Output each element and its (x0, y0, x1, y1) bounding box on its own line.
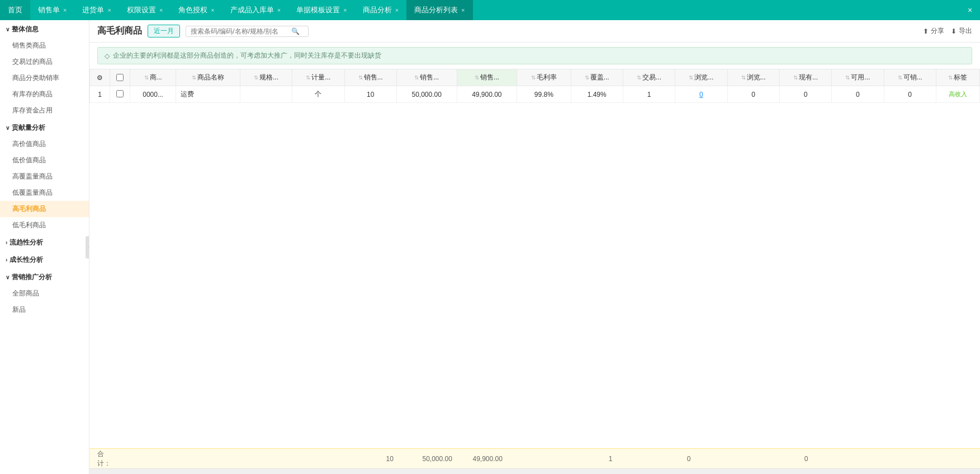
nav-role-auth[interactable]: 角色授权 × (171, 0, 222, 20)
sidebar-collapse-button[interactable]: « (86, 236, 89, 259)
sidebar-item-new-goods[interactable]: 新品 (0, 302, 89, 318)
close-product-analysis-list-icon[interactable]: × (461, 7, 465, 13)
sidebar-group-marketing[interactable]: ∨ 营销推广分析 (0, 268, 89, 285)
table-row: 1 0000... 运费 个 10 50,000.00 49,900.00 99… (90, 86, 980, 103)
close-all-tabs-button[interactable]: × (960, 0, 980, 20)
close-role-auth-icon[interactable]: × (211, 7, 214, 13)
export-icon: ⬇ (951, 27, 957, 35)
nav-product-analysis-list[interactable]: 商品分析列表 × (406, 0, 472, 20)
col-seq: ⚙ (90, 69, 110, 86)
col-gross-rate[interactable]: ⇅ 毛利率 (517, 69, 571, 86)
close-sales-order-icon[interactable]: × (63, 7, 67, 13)
sort-icon-transaction: ⇅ (637, 74, 641, 81)
sidebar-item-traded-goods[interactable]: 交易过的商品 (0, 54, 89, 70)
col-browse1[interactable]: ⇅ 浏览... (675, 69, 727, 86)
sidebar-item-low-value[interactable]: 低价值商品 (0, 152, 89, 168)
export-button[interactable]: ⬇ 导出 (951, 26, 972, 36)
sidebar-item-sales-goods[interactable]: 销售类商品 (0, 37, 89, 54)
col-code[interactable]: ⇅ 商... (130, 69, 176, 86)
tag-high-income-badge: 高收入 (949, 91, 967, 97)
sidebar-item-high-margin[interactable]: 高毛利商品 (0, 201, 89, 217)
col-transaction[interactable]: ⇅ 交易... (623, 69, 675, 86)
sort-icon-coverage: ⇅ (585, 74, 589, 81)
close-product-analysis-icon[interactable]: × (395, 7, 399, 13)
cell-gross-rate: 99.8% (517, 86, 571, 103)
nav-product-analysis[interactable]: 商品分析 × (355, 0, 406, 20)
col-spec[interactable]: ⇅ 规格... (240, 69, 292, 86)
col-coverage[interactable]: ⇅ 覆盖... (571, 69, 623, 86)
search-box: 🔍 (186, 26, 309, 37)
cell-transaction: 1 (623, 86, 675, 103)
nav-sales-order[interactable]: 销售单 × (30, 0, 74, 20)
col-name[interactable]: ⇅ 商品名称 (176, 69, 240, 86)
nav-purchase-order[interactable]: 进货单 × (74, 0, 119, 20)
content-area: 高毛利商品 近一月 🔍 ⬆ 分享 ⬇ 导出 ◇ 企业的主要的利润都是这部分商品创… (89, 20, 980, 474)
nav-permission-settings[interactable]: 权限设置 × (119, 0, 171, 20)
footer-cell-spec (289, 455, 334, 463)
footer-cell-unit (334, 455, 367, 463)
select-all-checkbox[interactable] (116, 74, 124, 81)
header-actions: ⬆ 分享 ⬇ 导出 (923, 26, 972, 36)
table-container: ⚙ ⇅ 商... (89, 69, 980, 448)
cell-sellable: 0 (884, 86, 936, 103)
close-product-inbound-icon[interactable]: × (277, 7, 281, 13)
sort-icon-sales2: ⇅ (414, 74, 419, 81)
footer-cell-code (177, 455, 222, 463)
col-unit[interactable]: ⇅ 计量... (292, 69, 344, 86)
share-button[interactable]: ⬆ 分享 (923, 26, 944, 36)
sidebar-group-contribution-arrow: ∨ (6, 125, 10, 131)
footer-cell-sales2: 50,000.00 (412, 455, 462, 463)
search-icon[interactable]: 🔍 (291, 27, 300, 35)
cell-sales2: 50,000.00 (396, 86, 457, 103)
sort-icon-sales3: ⇅ (475, 74, 479, 81)
footer-cell-name (222, 455, 289, 463)
sort-icon-browse1: ⇅ (689, 74, 693, 81)
sidebar-item-category-rate[interactable]: 商品分类助销率 (0, 70, 89, 86)
period-button[interactable]: 近一月 (148, 25, 180, 37)
sidebar-group-growth[interactable]: › 成长性分析 (0, 251, 89, 268)
cell-browse1: 0 (675, 86, 727, 103)
sort-icon: ⇅ (144, 74, 149, 81)
sort-icon-browse2: ⇅ (741, 74, 746, 81)
sidebar-item-low-coverage[interactable]: 低覆盖量商品 (0, 185, 89, 201)
bottom-scrollbar[interactable] (89, 468, 980, 474)
sidebar-item-instock-goods[interactable]: 有库存的商品 (0, 86, 89, 102)
close-purchase-order-icon[interactable]: × (107, 7, 111, 13)
sidebar-item-stock-capital[interactable]: 库存资金占用 (0, 102, 89, 119)
nav-product-inbound[interactable]: 产成品入库单 × (222, 0, 288, 20)
close-template-settings-icon[interactable]: × (343, 7, 347, 13)
footer-cell-browse1 (630, 455, 669, 463)
nav-home[interactable]: 首页 (0, 0, 30, 20)
top-nav: 首页 销售单 × 进货单 × 权限设置 × 角色授权 × 产成品入库单 × 单据… (0, 0, 980, 20)
col-available[interactable]: ⇅ 可用... (832, 69, 884, 86)
sidebar-group-trend[interactable]: › 流趋性分析 (0, 233, 89, 251)
settings-icon[interactable]: ⚙ (97, 74, 103, 82)
cell-tag: 高收入 (936, 86, 979, 103)
col-current[interactable]: ⇅ 现有... (779, 69, 831, 86)
col-tag[interactable]: ⇅ 标签 (936, 69, 979, 86)
sidebar-item-high-coverage[interactable]: 高覆盖量商品 (0, 168, 89, 185)
col-checkbox (110, 69, 130, 86)
sort-icon-sellable: ⇅ (898, 74, 902, 81)
row-checkbox[interactable] (116, 90, 124, 97)
col-browse2[interactable]: ⇅ 浏览... (727, 69, 779, 86)
main-layout: « ∨ 整体信息 销售类商品 交易过的商品 商品分类助销率 有库存的商品 库存资… (0, 20, 980, 474)
col-sellable[interactable]: ⇅ 可销... (884, 69, 936, 86)
search-input[interactable] (191, 27, 291, 35)
sidebar-group-marketing-arrow: ∨ (6, 274, 10, 280)
cell-spec (240, 86, 292, 103)
sidebar-item-high-value[interactable]: 高价值商品 (0, 136, 89, 152)
col-sales2[interactable]: ⇅ 销售... (396, 69, 457, 86)
col-sales1[interactable]: ⇅ 销售... (344, 69, 396, 86)
col-sales3[interactable]: ⇅ 销售... (457, 69, 517, 86)
sidebar-item-low-margin[interactable]: 低毛利商品 (0, 217, 89, 233)
footer-summary: 合计： 10 50,000.00 49,900.00 1 0 0 (89, 448, 980, 468)
sort-icon-available: ⇅ (845, 74, 850, 81)
data-table: ⚙ ⇅ 商... (89, 69, 980, 103)
sidebar-group-contribution[interactable]: ∨ 贡献量分析 (0, 119, 89, 136)
nav-template-settings[interactable]: 单据模板设置 × (288, 0, 354, 20)
sidebar-group-overall[interactable]: ∨ 整体信息 (0, 20, 89, 37)
browse1-link[interactable]: 0 (699, 91, 703, 98)
close-permission-settings-icon[interactable]: × (159, 7, 163, 13)
sidebar-item-all-goods[interactable]: 全部商品 (0, 285, 89, 302)
